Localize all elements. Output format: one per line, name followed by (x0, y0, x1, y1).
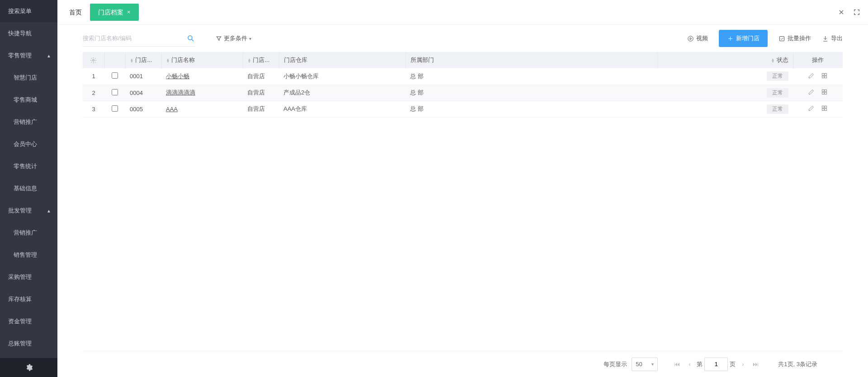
sidebar-item-label: 搜索菜单 (8, 8, 32, 14)
page-prev-button[interactable]: ‹ (684, 359, 695, 370)
sidebar-item-ledger-mgmt[interactable]: 总账管理 (0, 332, 57, 354)
status-badge: 正常 (767, 88, 788, 98)
tab-store-archive[interactable]: 门店档案 × (90, 4, 139, 21)
sidebar-scroll: 搜索菜单 快捷导航 零售管理▲ 智慧门店 零售商城 营销推广 会员中心 零售统计… (0, 0, 57, 358)
sidebar-item-member-center[interactable]: 会员中心 (0, 133, 57, 155)
sidebar-item-label: 营销推广 (14, 118, 37, 125)
sidebar-item-wholesale-mgmt[interactable]: 批发管理▲ (0, 199, 57, 221)
sidebar-item-label: 会员中心 (14, 141, 37, 147)
svg-rect-15 (825, 108, 826, 110)
sidebar-item-retail-stats[interactable]: 零售统计 (0, 155, 57, 177)
search-input[interactable] (83, 35, 187, 42)
sort-icon: ▲▼ (771, 58, 775, 63)
cell-type: 自营店 (243, 101, 279, 117)
add-store-label: 新增门店 (736, 34, 760, 42)
row-checkbox[interactable] (112, 89, 118, 95)
store-name-link[interactable]: AAA (166, 106, 178, 113)
row-checkbox[interactable] (112, 105, 118, 112)
sidebar-item-smart-store[interactable]: 智慧门店 (0, 66, 57, 89)
sidebar-item-retail-mgmt[interactable]: 零售管理▲ (0, 44, 57, 66)
row-checkbox[interactable] (112, 72, 118, 79)
svg-rect-2 (780, 36, 784, 41)
page-first-button[interactable]: ⏮ (671, 359, 682, 370)
page-prefix: 第 (697, 360, 703, 368)
th-settings[interactable] (83, 52, 104, 68)
toolbar: 更多条件 ▾ 视频 新增门店 批量操作 导出 (57, 25, 868, 52)
search-icon[interactable] (187, 34, 195, 42)
sidebar-item-marketing[interactable]: 营销推广 (0, 111, 57, 133)
add-store-button[interactable]: 新增门店 (719, 30, 768, 47)
table-container: ▲▼门店... ▲▼门店名称 ▲▼门店... 门店仓库 所属部门 ▲▼状态 操作… (57, 52, 868, 377)
sidebar-item-marketing-2[interactable]: 营销推广 (0, 221, 57, 244)
close-icon[interactable]: × (127, 4, 131, 21)
pagination: 每页显示 50 ▾ ⏮ ‹ 第 页 › ⏭ 共1页, 3条记录 (83, 351, 843, 377)
sidebar-item-label: 库存核算 (8, 296, 32, 302)
cell-index: 1 (83, 68, 104, 85)
more-icon[interactable] (821, 105, 828, 112)
export-button[interactable]: 导出 (822, 34, 843, 42)
cell-action (793, 68, 843, 85)
more-icon[interactable] (821, 72, 828, 79)
batch-ops-button[interactable]: 批量操作 (778, 34, 811, 42)
sidebar-item-inventory[interactable]: 库存核算 (0, 288, 57, 310)
more-filters-label: 更多条件 (224, 34, 247, 42)
th-code[interactable]: ▲▼门店... (125, 52, 161, 68)
more-icon[interactable] (821, 89, 828, 95)
store-name-link[interactable]: 滴滴滴滴滴 (166, 89, 195, 96)
fullscreen-button[interactable] (849, 5, 864, 20)
sidebar-item-retail-mall[interactable]: 零售商城 (0, 89, 57, 111)
gear-icon (25, 363, 33, 372)
per-page-select[interactable]: 50 ▾ (632, 358, 658, 371)
cell-checkbox (104, 85, 125, 101)
chevron-down-icon: ▾ (249, 36, 251, 41)
status-badge: 正常 (767, 104, 788, 114)
tab-close-all-button[interactable] (834, 5, 849, 20)
th-warehouse: 门店仓库 (279, 52, 406, 68)
video-button[interactable]: 视频 (687, 34, 708, 42)
cell-index: 2 (83, 85, 104, 101)
sidebar-item-funds-mgmt[interactable]: 资金管理 (0, 310, 57, 332)
edit-icon[interactable] (808, 105, 815, 112)
edit-icon[interactable] (808, 89, 815, 95)
svg-rect-7 (825, 76, 826, 78)
page-summary: 共1页, 3条记录 (778, 360, 817, 368)
sidebar-item-search-menu[interactable]: 搜索菜单 (0, 0, 57, 22)
store-name-link[interactable]: 小畅小畅 (166, 73, 189, 80)
sidebar-item-basic-info[interactable]: 基础信息 (0, 177, 57, 199)
cell-name: 滴滴滴滴滴 (161, 85, 243, 101)
export-icon (822, 35, 831, 42)
svg-rect-13 (825, 106, 826, 108)
th-type[interactable]: ▲▼门店... (243, 52, 279, 68)
cell-status: 正常 (657, 85, 793, 101)
tab-home[interactable]: 首页 (61, 4, 90, 21)
sidebar-item-label: 总账管理 (8, 340, 32, 347)
table-row: 3 0005 AAA 自营店 AAA仓库 总 部 正常 (83, 101, 843, 117)
sidebar-item-purchase-mgmt[interactable]: 采购管理 (0, 266, 57, 288)
sidebar-item-label: 快捷导航 (8, 30, 32, 37)
page-next-button[interactable]: › (737, 359, 748, 370)
sidebar-item-quick-nav[interactable]: 快捷导航 (0, 22, 57, 44)
page-input[interactable] (704, 358, 728, 371)
chevron-down-icon: ▾ (651, 362, 654, 367)
caret-up-icon: ▲ (47, 44, 51, 66)
more-filters-button[interactable]: 更多条件 ▾ (216, 34, 251, 42)
cell-index: 3 (83, 101, 104, 117)
sidebar-item-label: 销售管理 (14, 251, 37, 258)
svg-rect-6 (822, 76, 824, 78)
cell-warehouse: 小畅小畅仓库 (279, 68, 406, 85)
sidebar-item-sales-mgmt[interactable]: 销售管理 (0, 244, 57, 266)
cell-warehouse: 产成品2仓 (279, 85, 406, 101)
play-circle-icon (687, 35, 696, 42)
svg-rect-8 (822, 90, 824, 92)
cell-status: 正常 (657, 68, 793, 85)
sidebar-item-label: 基础信息 (14, 185, 37, 192)
sidebar-item-label: 批发管理 (8, 207, 32, 214)
caret-up-icon: ▲ (47, 199, 51, 221)
th-name[interactable]: ▲▼门店名称 (161, 52, 243, 68)
sidebar-settings-button[interactable] (0, 358, 57, 377)
th-status[interactable]: ▲▼状态 (657, 52, 793, 68)
page-last-button[interactable]: ⏭ (750, 359, 761, 370)
edit-icon[interactable] (808, 72, 815, 79)
cell-type: 自营店 (243, 68, 279, 85)
svg-rect-4 (822, 73, 824, 75)
